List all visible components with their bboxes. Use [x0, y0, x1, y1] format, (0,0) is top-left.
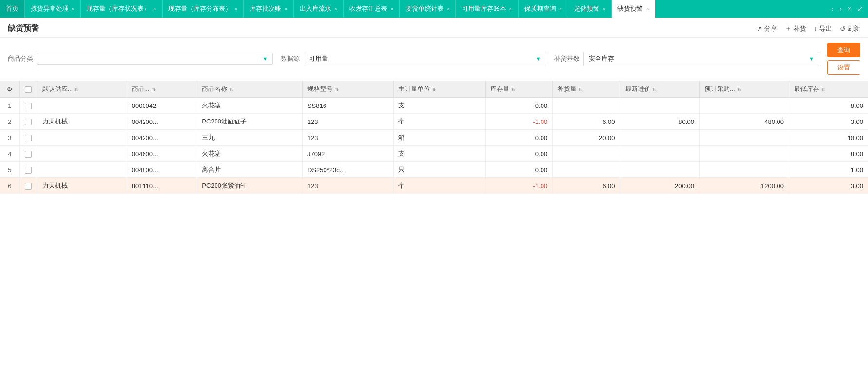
sort-code-icon: ⇅ [152, 87, 156, 92]
table-row: 5004800...离合片DS250*23c...只0.001.00 [0, 162, 868, 178]
tab-close-overstock-warning[interactable]: × [602, 6, 605, 12]
tab-close-receive-summary[interactable]: × [390, 6, 393, 12]
row-checkbox[interactable] [25, 135, 32, 141]
tab-close-shelf-life[interactable]: × [559, 6, 562, 12]
tab-batch-account[interactable]: 库存批次账 × [244, 0, 293, 18]
sort-replenish-icon: ⇅ [579, 87, 582, 92]
cell-replenish-qty [553, 98, 620, 114]
column-min-stock[interactable]: 最低库存 ⇅ [789, 81, 868, 98]
column-unit[interactable]: 主计量单位 ⇅ [394, 81, 485, 98]
tab-scroll-left-btn[interactable]: ‹ [828, 5, 836, 13]
row-checkbox[interactable] [25, 183, 32, 190]
tab-close-pick-exception[interactable]: × [72, 6, 74, 12]
cell-supplier [37, 162, 127, 178]
row-checkbox-cell [19, 98, 37, 114]
cell-name: 三九 [197, 130, 303, 146]
tab-close-batch-account[interactable]: × [284, 6, 287, 12]
tab-available-stock[interactable]: 可用量库存账本 × [456, 0, 518, 18]
tab-close-stockout-warning[interactable]: × [646, 6, 649, 12]
row-number: 5 [0, 162, 19, 178]
column-checkbox [19, 81, 37, 98]
cell-est-purchase [699, 130, 789, 146]
cell-code: 004200... [127, 114, 197, 130]
select-all-checkbox[interactable] [25, 86, 32, 93]
cell-min-stock: 1.00 [789, 162, 868, 178]
tab-shelf-life[interactable]: 保质期查询 × [519, 0, 568, 18]
column-commodity-name[interactable]: 商品名称 ⇅ [197, 81, 303, 98]
cell-replenish-qty: 6.00 [553, 178, 620, 194]
tab-stock-dist[interactable]: 现存量（库存分布表） × [163, 0, 244, 18]
tab-expand-btn[interactable]: ⤢ [854, 5, 866, 13]
row-checkbox[interactable] [25, 167, 32, 174]
gear-icon: ⚙ [7, 86, 13, 93]
share-icon: ↗ [757, 25, 762, 33]
settings-button[interactable]: 设置 [827, 60, 860, 75]
cell-unit: 支 [394, 146, 485, 162]
data-source-select[interactable]: 可用量 ▼ [304, 52, 546, 66]
cell-code: 004600... [127, 146, 197, 162]
row-checkbox[interactable] [25, 151, 32, 158]
cell-replenish-qty [553, 146, 620, 162]
row-checkbox[interactable] [25, 119, 32, 125]
share-action[interactable]: ↗ 分享 [757, 24, 777, 33]
cell-replenish-qty: 20.00 [553, 130, 620, 146]
refresh-action[interactable]: ↺ 刷新 [840, 24, 860, 33]
column-default-supplier[interactable]: 默认供应... ⇅ [37, 81, 127, 98]
cell-supplier [37, 146, 127, 162]
commodity-class-chevron-icon: ▼ [262, 56, 268, 62]
filter-buttons: 查询 设置 [827, 43, 860, 75]
refresh-label: 刷新 [848, 24, 860, 33]
page-title: 缺货预警 [8, 23, 39, 34]
row-checkbox-cell [19, 146, 37, 162]
cell-name: 离合片 [197, 162, 303, 178]
replenish-base-label: 补货基数 [554, 54, 579, 63]
column-est-purchase[interactable]: 预计采购... ⇅ [699, 81, 789, 98]
cell-min-stock: 8.00 [789, 146, 868, 162]
column-stock[interactable]: 库存量 ⇅ [485, 81, 552, 98]
tab-home[interactable]: 首页 [0, 0, 25, 18]
export-action[interactable]: ↓ 导出 [814, 24, 832, 33]
cell-name: PC200油缸缸子 [197, 114, 303, 130]
tab-close-stock-status[interactable]: × [153, 6, 156, 12]
row-checkbox-cell [19, 114, 37, 130]
tab-overstock-warning[interactable]: 超储预警 × [568, 0, 612, 18]
tab-close-requisition-stats[interactable]: × [447, 6, 450, 12]
table-row: 6力天机械801110...PC200张紧油缸123个-1.006.00200.… [0, 178, 868, 194]
tab-requisition-stats[interactable]: 要货单统计表 × [400, 0, 456, 18]
stockout-table: ⚙ 默认供应... ⇅ 商品... ⇅ [0, 81, 868, 194]
sort-supplier-icon: ⇅ [74, 87, 78, 92]
tab-pick-exception[interactable]: 拣货异常处理 × [25, 0, 81, 18]
table-row: 4004600...火花塞J7092支0.008.00 [0, 146, 868, 162]
query-button[interactable]: 查询 [827, 43, 860, 57]
cell-est-purchase [699, 98, 789, 114]
tab-stock-status[interactable]: 现存量（库存状况表） × [81, 0, 162, 18]
tab-close-all-btn[interactable]: × [845, 5, 854, 13]
tab-inout-flow[interactable]: 出入库流水 × [294, 0, 344, 18]
row-checkbox[interactable] [25, 103, 32, 109]
row-number: 6 [0, 178, 19, 194]
tab-close-inout-flow[interactable]: × [334, 6, 337, 12]
column-spec[interactable]: 规格型号 ⇅ [302, 81, 394, 98]
table-header-row: ⚙ 默认供应... ⇅ 商品... ⇅ [0, 81, 868, 98]
cell-min-stock: 10.00 [789, 130, 868, 146]
tab-nav-buttons: ‹ › × ⤢ [826, 5, 868, 13]
cell-code: 004200... [127, 130, 197, 146]
column-latest-price[interactable]: 最新进价 ⇅ [620, 81, 699, 98]
column-commodity-code[interactable]: 商品... ⇅ [127, 81, 197, 98]
tab-stockout-warning[interactable]: 缺货预警 × [612, 0, 655, 18]
tab-receive-summary[interactable]: 收发存汇总表 × [344, 0, 399, 18]
commodity-class-select[interactable]: ▼ [37, 53, 273, 65]
column-replenish-qty[interactable]: 补货量 ⇅ [553, 81, 620, 98]
tab-close-stock-dist[interactable]: × [235, 6, 237, 12]
tab-scroll-right-btn[interactable]: › [836, 5, 845, 13]
replenish-action[interactable]: ＋ 补货 [785, 24, 806, 33]
replenish-base-select[interactable]: 安全库存 ▼ [583, 52, 819, 66]
tab-close-available-stock[interactable]: × [509, 6, 512, 12]
table-row: 3004200...三九123箱0.0020.0010.00 [0, 130, 868, 146]
cell-code: 004800... [127, 162, 197, 178]
cell-spec: 123 [302, 114, 394, 130]
cell-code: 0000042 [127, 98, 197, 114]
column-settings[interactable]: ⚙ [0, 81, 19, 98]
cell-latest-price [620, 162, 699, 178]
cell-name: PC200张紧油缸 [197, 178, 303, 194]
